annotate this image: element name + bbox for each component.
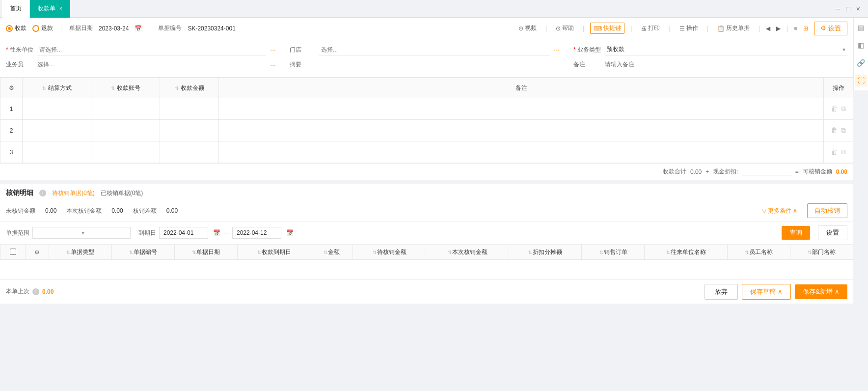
remark-cell-2[interactable] xyxy=(219,120,824,141)
discard-button[interactable]: 放弃 xyxy=(705,284,738,300)
counterpart-label: 往来单位 xyxy=(6,46,37,54)
settle-cell-3[interactable] xyxy=(23,141,91,163)
row-num-2: 2 xyxy=(0,120,23,141)
save-draft-button[interactable]: 保存草稿 ∧ xyxy=(742,284,791,300)
copy-row-icon-1[interactable]: ⧉ xyxy=(841,105,846,112)
sidebar-expand-icon[interactable]: ⛶ xyxy=(855,75,867,86)
salesperson-more-icon[interactable]: ··· xyxy=(266,61,280,69)
sidebar-link-icon[interactable]: 🔗 xyxy=(855,57,867,69)
store-more-icon[interactable]: ··· xyxy=(550,46,564,54)
doc-no-label: 单据编号 xyxy=(158,24,182,32)
settings-label: 设置 xyxy=(828,24,841,33)
receipt-radio[interactable]: 收款 xyxy=(6,24,27,32)
window-controls: ─ □ × xyxy=(829,5,866,13)
query-button[interactable]: 查询 xyxy=(782,226,810,240)
main-content: 收款 退款 单据日期 2023-03-24 📅 单据编号 SK-20230324… xyxy=(0,18,853,391)
nav-prev-btn[interactable]: ◀ xyxy=(766,25,770,32)
summary-input[interactable] xyxy=(319,59,564,70)
settle-cell-2[interactable] xyxy=(23,120,91,141)
doc-no-value[interactable]: SK-20230324-001 xyxy=(188,25,235,32)
save-draft-label: 保存草稿 xyxy=(750,287,776,296)
store-field: 门店 ··· xyxy=(290,44,564,56)
menu-icon-btn[interactable]: ≡ xyxy=(794,25,797,32)
filter-range-select[interactable]: ▾ xyxy=(32,227,131,239)
pending-tab[interactable]: 待核销单据(0笔) xyxy=(52,189,95,197)
delete-row-icon-3[interactable]: 🗑 xyxy=(831,148,838,156)
doc-date-label: 单据日期 xyxy=(69,24,93,32)
delete-row-icon-2[interactable]: 🗑 xyxy=(831,126,838,134)
date-dash: — xyxy=(223,229,229,236)
amount-cell-2[interactable] xyxy=(160,120,219,141)
biz-type-field: 业务类型 预收款 ▾ xyxy=(573,43,847,56)
delete-row-icon-1[interactable]: 🗑 xyxy=(831,105,838,112)
tab-receipt[interactable]: 收款单 × xyxy=(30,0,70,18)
help-btn[interactable]: ⊙ 帮助 xyxy=(553,23,577,33)
bottom-table-gear-icon[interactable]: ⚙ xyxy=(34,249,40,256)
operation-btn[interactable]: ☰ 操作 xyxy=(677,23,701,33)
remark-cell-1[interactable] xyxy=(219,98,824,120)
col-settle-header: ⇅ 结算方式 xyxy=(23,78,91,98)
bottom-col-10: ⇅员工名称 xyxy=(728,245,790,260)
save-new-button[interactable]: 保存&新增 ∧ xyxy=(795,284,847,299)
grid-icon-btn[interactable]: ⊞ xyxy=(803,25,808,32)
sidebar-doc-icon[interactable]: ◧ xyxy=(855,39,867,51)
bottom-table-container: ⚙⇅单据类型⇅单据编号⇅单据日期⇅收款到期日⇅金额⇅待核销金额⇅本次核销金额⇅折… xyxy=(0,245,853,279)
close-button[interactable]: × xyxy=(856,5,860,13)
form-row-1: 往来单位 ··· 门店 ··· 业务类型 预收款 ▾ xyxy=(6,43,847,56)
biz-type-select[interactable]: 预收款 ▾ xyxy=(605,43,847,56)
discount-input[interactable] xyxy=(742,168,791,175)
filter-date-item: 到期日 📅 — 📅 xyxy=(138,227,294,239)
filter-settings-button[interactable]: 设置 xyxy=(818,225,847,240)
shortcut-btn[interactable]: ⌨ 快捷键 xyxy=(590,23,624,34)
copy-row-icon-2[interactable]: ⧉ xyxy=(841,126,846,134)
print-btn[interactable]: 🖨 打印 xyxy=(638,23,663,33)
salesperson-field: 业务员 ··· xyxy=(6,59,280,70)
date-from-input[interactable] xyxy=(159,227,208,239)
table-gear-icon[interactable]: ⚙ xyxy=(4,81,18,95)
remarks-input[interactable] xyxy=(603,59,847,70)
filter-row: 单据范围 ▾ 到期日 📅 — 📅 查询 设置 xyxy=(0,221,853,245)
prev-value: 0.00 xyxy=(42,288,54,295)
done-tab[interactable]: 已核销单据(0笔) xyxy=(101,189,143,197)
diff-label: 核销差额 xyxy=(133,207,157,215)
write-off-info-icon[interactable]: i xyxy=(39,190,46,196)
auto-cancel-button[interactable]: 自动核销 xyxy=(807,203,847,218)
restore-button[interactable]: □ xyxy=(846,5,850,13)
minimize-button[interactable]: ─ xyxy=(835,5,840,13)
history-btn[interactable]: 📋 历史单据 xyxy=(714,23,753,33)
more-conditions-btn[interactable]: ▽ 更多条件 ∧ xyxy=(762,207,797,215)
settings-button[interactable]: ⚙ 设置 xyxy=(814,22,847,35)
nav-next-btn[interactable]: ▶ xyxy=(776,25,781,32)
store-input[interactable] xyxy=(319,44,550,56)
tab-home[interactable]: 首页 xyxy=(2,0,30,18)
remark-cell-3[interactable] xyxy=(219,141,824,163)
settle-cell-1[interactable] xyxy=(23,98,91,120)
calendar-to-icon[interactable]: 📅 xyxy=(286,229,294,236)
save-new-arrow-icon: ∧ xyxy=(835,288,840,295)
account-cell-1[interactable] xyxy=(91,98,160,120)
bottom-col-2: ⇅单据日期 xyxy=(174,245,237,260)
print-label: 打印 xyxy=(648,24,660,32)
tab-close-icon[interactable]: × xyxy=(59,6,62,11)
receivable-value: 0.00 xyxy=(836,168,847,175)
calendar-icon[interactable]: 📅 xyxy=(135,25,142,32)
select-all-checkbox[interactable] xyxy=(10,249,16,255)
col-gear-header[interactable]: ⚙ xyxy=(0,78,23,98)
account-cell-3[interactable] xyxy=(91,141,160,163)
salesperson-input[interactable] xyxy=(35,59,266,70)
copy-row-icon-3[interactable]: ⧉ xyxy=(841,148,846,156)
counterpart-input[interactable] xyxy=(37,44,266,56)
save-new-label: 保存&新增 xyxy=(803,287,833,296)
calendar-from-icon[interactable]: 📅 xyxy=(213,229,220,236)
prev-order-info-icon[interactable]: i xyxy=(32,288,39,295)
bottom-col-11: ⇅部门名称 xyxy=(790,245,853,260)
refund-radio[interactable]: 退款 xyxy=(32,24,53,32)
amount-cell-3[interactable] xyxy=(160,141,219,163)
video-btn[interactable]: ⊙ 视频 xyxy=(515,23,540,33)
date-to-input[interactable] xyxy=(232,227,281,239)
amount-cell-1[interactable] xyxy=(160,98,219,120)
sidebar-table-icon[interactable]: ▤ xyxy=(855,22,867,33)
doc-date-value[interactable]: 2023-03-24 xyxy=(99,25,129,32)
counterpart-more-icon[interactable]: ··· xyxy=(266,46,280,54)
account-cell-2[interactable] xyxy=(91,120,160,141)
